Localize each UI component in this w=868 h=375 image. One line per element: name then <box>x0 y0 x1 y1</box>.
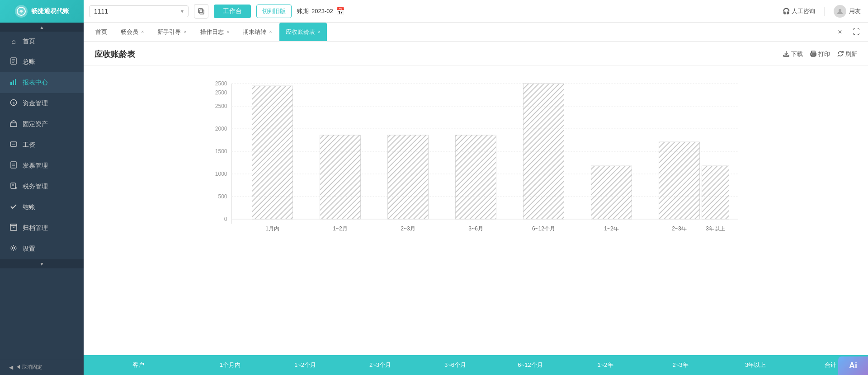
svg-rect-9 <box>13 80 14 85</box>
col-customer: 客户 <box>84 361 193 369</box>
user-area[interactable]: 用友 <box>834 5 861 18</box>
salary-icon <box>9 141 18 150</box>
print-button[interactable]: 打印 <box>810 50 830 58</box>
sidebar-item-invoice-label: 发票管理 <box>23 162 48 170</box>
sidebar-item-funds-label: 资金管理 <box>23 99 48 108</box>
print-icon <box>810 51 816 58</box>
tab-guide[interactable]: 新手引导 × <box>151 23 193 41</box>
page-header: 应收账龄表 下载 打印 <box>84 42 868 66</box>
period-label: 账期 <box>297 7 309 15</box>
sidebar-item-archive[interactable]: 归档管理 <box>0 218 84 239</box>
sidebar-item-ledger[interactable]: 总账 <box>0 52 84 72</box>
calendar-icon[interactable]: 📅 <box>336 7 345 15</box>
sidebar-scroll-down[interactable]: ▼ <box>0 259 84 268</box>
sidebar-item-assets-label: 固定资产 <box>23 120 48 128</box>
svg-rect-16 <box>11 162 16 168</box>
tab-bar: 首页 畅会员 × 新手引导 × 操作日志 × 期末结转 × 应收账龄表 × <box>84 23 868 42</box>
page-actions: 下载 打印 刷新 <box>783 50 857 58</box>
top-header: 畅捷通易代账 1111 ▾ 工作台 切到旧版 账期 2023-02 📅 🎧 人工… <box>0 0 868 23</box>
sidebar-item-settings-label: 设置 <box>23 245 35 253</box>
svg-text:6~12个月: 6~12个月 <box>532 225 555 232</box>
tab-member-close[interactable]: × <box>141 29 144 34</box>
close-tab-button[interactable]: × <box>834 26 846 38</box>
tab-guide-close[interactable]: × <box>184 29 186 34</box>
sidebar-item-home[interactable]: ⌂ 首页 <box>0 32 84 52</box>
tab-member[interactable]: 畅会员 × <box>114 23 150 41</box>
download-icon <box>783 51 789 58</box>
svg-rect-27 <box>783 55 789 56</box>
col-1-2month: 1~2个月 <box>268 361 343 369</box>
period-area: 账期 2023-02 📅 <box>297 7 345 15</box>
assets-icon <box>9 120 18 129</box>
tab-home[interactable]: 首页 <box>89 23 113 41</box>
col-1-2year: 1~2年 <box>568 361 643 369</box>
logo-icon <box>15 5 28 18</box>
svg-rect-1 <box>200 10 204 14</box>
tab-closing[interactable]: 期末结转 × <box>236 23 278 41</box>
tab-home-label: 首页 <box>95 28 107 36</box>
ai-badge[interactable]: Ai <box>838 356 868 375</box>
col-2-3year: 2~3年 <box>643 361 718 369</box>
sidebar-item-checkout[interactable]: 结账 <box>0 197 84 218</box>
sidebar-pin-label: ◀ 取消固定 <box>16 364 42 370</box>
svg-text:0: 0 <box>224 216 227 222</box>
svg-rect-10 <box>15 79 16 85</box>
sidebar-item-salary[interactable]: 工资 <box>0 135 84 155</box>
tab-aging[interactable]: 应收账龄表 × <box>279 23 327 41</box>
svg-rect-8 <box>10 82 12 85</box>
headset-icon: 🎧 <box>783 8 790 14</box>
refresh-button[interactable]: 刷新 <box>837 50 857 58</box>
archive-icon <box>9 224 18 233</box>
svg-text:2~3年: 2~3年 <box>672 225 686 232</box>
sidebar-item-reports[interactable]: 报表中心 <box>0 72 84 93</box>
bar-2~3月 <box>388 135 429 219</box>
svg-point-22 <box>15 187 17 189</box>
svg-text:500: 500 <box>218 193 227 200</box>
bar-1~2年 <box>591 166 632 219</box>
svg-point-26 <box>13 247 15 249</box>
sidebar-item-checkout-label: 结账 <box>23 203 35 211</box>
sidebar-pin-toggle[interactable]: ◀ ◀ 取消固定 <box>0 359 84 375</box>
svg-rect-24 <box>10 224 17 226</box>
svg-text:2500: 2500 <box>215 80 227 87</box>
sidebar-item-settings[interactable]: 设置 <box>0 239 84 259</box>
tab-closing-close[interactable]: × <box>269 29 272 34</box>
table-header-bar: 客户 1个月内 1~2个月 2~3个月 3~6个月 6~12个月 1~2年 2~… <box>84 355 868 375</box>
switch-version-button[interactable]: 切到旧版 <box>256 5 292 18</box>
svg-text:$: $ <box>13 101 15 105</box>
ledger-icon <box>9 57 18 66</box>
sidebar-scroll-up[interactable]: ▲ <box>0 23 84 32</box>
col-2-3month: 2~3个月 <box>343 361 418 369</box>
tab-oplog[interactable]: 操作日志 × <box>194 23 236 41</box>
bar-2~3年 <box>659 142 700 219</box>
sidebar-item-assets[interactable]: 固定资产 <box>0 114 84 135</box>
workbench-button[interactable]: 工作台 <box>214 5 251 18</box>
sidebar-item-funds[interactable]: $ 资金管理 <box>0 93 84 114</box>
home-icon: ⌂ <box>9 38 18 46</box>
tab-aging-close[interactable]: × <box>318 29 321 34</box>
print-label: 打印 <box>818 50 830 58</box>
tab-closing-label: 期末结转 <box>243 28 266 36</box>
reports-icon <box>9 78 18 87</box>
sidebar: ▲ ⌂ 首页 总账 报表中心 $ 资金管理 固定资产 <box>0 23 84 375</box>
svg-text:1500: 1500 <box>215 148 227 155</box>
copy-button[interactable] <box>194 4 208 19</box>
page-content: 应收账龄表 下载 打印 <box>84 42 868 375</box>
expand-tab-button[interactable]: ⛶ <box>850 26 863 38</box>
sidebar-item-tax[interactable]: 税务管理 <box>0 176 84 197</box>
download-button[interactable]: 下载 <box>783 50 803 58</box>
checkout-icon <box>9 203 18 212</box>
svg-text:2000: 2000 <box>215 126 227 132</box>
tab-member-label: 畅会员 <box>121 28 138 36</box>
tab-oplog-close[interactable]: × <box>226 29 229 34</box>
col-3-6month: 3~6个月 <box>418 361 493 369</box>
consult-button[interactable]: 🎧 人工咨询 <box>783 7 815 15</box>
settings-icon <box>9 244 18 253</box>
svg-text:2~3月: 2~3月 <box>401 225 415 232</box>
svg-rect-2 <box>198 9 203 13</box>
svg-text:1000: 1000 <box>215 171 227 177</box>
company-selector[interactable]: 1111 ▾ <box>89 5 189 17</box>
tab-aging-label: 应收账龄表 <box>286 28 315 36</box>
svg-rect-13 <box>10 123 17 127</box>
sidebar-item-invoice[interactable]: 发票管理 <box>0 155 84 176</box>
